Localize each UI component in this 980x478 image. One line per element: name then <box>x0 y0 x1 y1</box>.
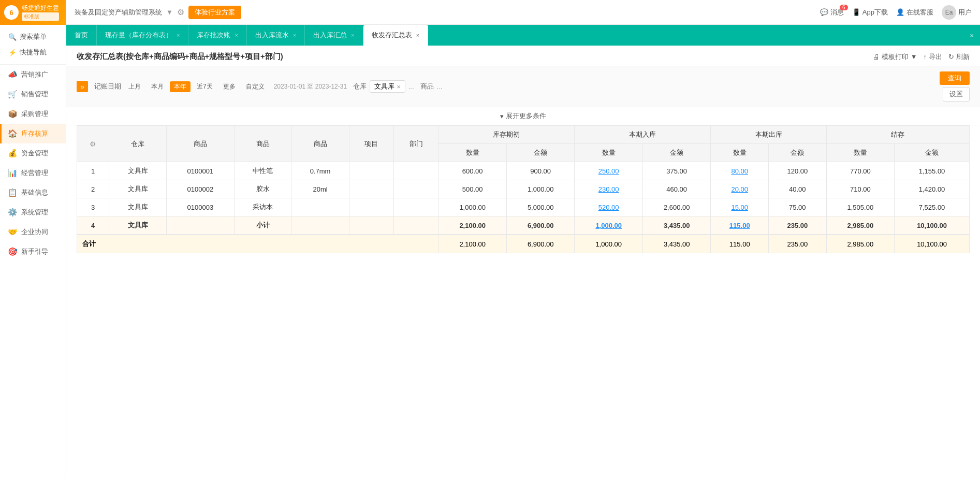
row-dept <box>394 216 438 235</box>
goods-label: 商品 <box>420 82 434 91</box>
dropdown-arrow-icon[interactable]: ▼ <box>166 8 173 16</box>
tab-recv-summary[interactable]: 收发存汇总表 × <box>363 25 428 46</box>
date-filter-group: 记账日期 上月 本月 本年 近7天 更多 自定义 2023-01-01 至 20… <box>94 81 347 92</box>
table-row: 3 文具库 0100003 采访本 1,000.00 5,000.00 520.… <box>77 198 970 216</box>
row-opening-amt: 5,000.00 <box>506 198 575 216</box>
tab-summary-inout-close[interactable]: × <box>351 32 354 38</box>
tabs-bar: 首页 现存量（库存分布表） × 库存批次账 × 出入库流水 × 出入库汇总 × … <box>66 25 980 46</box>
sidebar-item-purchase[interactable]: 📦 采购管理 <box>0 104 66 124</box>
tab-flow[interactable]: 出入库流水 × <box>247 25 305 46</box>
row-name: 采访本 <box>235 198 291 216</box>
nav-items: 📣 营销推广 🛒 销售管理 📦 采购管理 🏠 库存核算 💰 资金管理 📊 经营管… <box>0 65 66 478</box>
app-download-item[interactable]: 📱 App下载 <box>852 8 888 17</box>
online-service-item[interactable]: 👤 在线客服 <box>896 8 933 17</box>
sidebar-item-finance[interactable]: 💰 资金管理 <box>0 143 66 163</box>
tab-recv-summary-close[interactable]: × <box>416 32 419 38</box>
row-seq: 4 <box>77 216 109 235</box>
date-tab-last-month[interactable]: 上月 <box>124 81 145 92</box>
page-header: 收发存汇总表(按仓库+商品编码+商品+规格型号+项目+部门) 🖨 模板打印 ▼ … <box>66 46 980 66</box>
app-download-label: App下载 <box>862 8 888 17</box>
date-tab-this-month[interactable]: 本月 <box>147 81 168 92</box>
tab-flow-label: 出入库流水 <box>255 31 289 40</box>
warehouse-label: 仓库 <box>353 82 367 91</box>
out-qty-link[interactable]: 80.00 <box>731 167 748 175</box>
sidebar-item-guide[interactable]: 🎯 新手引导 <box>0 242 66 262</box>
out-qty-link[interactable]: 15.00 <box>731 204 748 211</box>
expand-icon: » <box>80 83 84 91</box>
close-all-tabs-btn[interactable]: × <box>963 25 980 46</box>
date-tab-this-year[interactable]: 本年 <box>170 81 191 92</box>
in-qty-link[interactable]: 520.00 <box>598 204 619 211</box>
in-qty-link[interactable]: 1,000.00 <box>595 222 622 229</box>
tab-flow-close[interactable]: × <box>293 32 296 38</box>
settings-gear-icon[interactable]: ⚙ <box>177 7 184 17</box>
row-project <box>349 162 393 180</box>
row-in-amt: 2,600.00 <box>642 198 711 216</box>
tab-stock-dist[interactable]: 现存量（库存分布表） × <box>97 25 188 46</box>
sidebar-tag: 标准版 <box>22 12 59 21</box>
chevron-down-icon: ▼ <box>911 53 917 61</box>
sidebar-item-inventory[interactable]: 🏠 库存核算 <box>0 124 66 143</box>
tab-summary-inout[interactable]: 出入库汇总 × <box>305 25 363 46</box>
out-qty-link[interactable]: 115.00 <box>729 222 750 229</box>
row-warehouse: 文具库 <box>109 162 166 180</box>
row-spec: 20ml <box>291 180 349 198</box>
template-print-btn[interactable]: 🖨 模板打印 ▼ <box>873 52 917 62</box>
query-btn[interactable]: 查询 <box>940 71 970 85</box>
in-qty-link[interactable]: 250.00 <box>598 167 619 175</box>
sidebar-item-collab[interactable]: 🤝 企业协同 <box>0 222 66 242</box>
export-btn[interactable]: ↑ 导出 <box>924 52 943 62</box>
sidebar-item-basic-info[interactable]: 📋 基础信息 <box>0 183 66 202</box>
topbar-left: 装备及固定资产辅助管理系统 ▼ ⚙ 体验行业方案 <box>75 6 241 19</box>
message-item[interactable]: 💬 消息 6 <box>820 8 844 17</box>
phone-icon: 📱 <box>852 8 860 16</box>
trial-btn[interactable]: 体验行业方案 <box>188 6 241 19</box>
quick-nav-item[interactable]: ⚡ 快捷导航 <box>4 45 62 60</box>
message-icon: 💬 <box>820 8 828 16</box>
sidebar-search-section: 🔍 搜索菜单 ⚡ 快捷导航 <box>0 25 66 65</box>
tab-summary-inout-label: 出入库汇总 <box>313 31 347 40</box>
sidebar-item-operations[interactable]: 📊 经营管理 <box>0 163 66 183</box>
printer-icon: 🖨 <box>873 53 880 61</box>
date-tab-more[interactable]: 更多 <box>219 81 240 92</box>
sidebar-item-system[interactable]: ⚙️ 系统管理 <box>0 202 66 222</box>
date-tab-7days[interactable]: 近7天 <box>193 81 217 92</box>
total-balance-amt: 10,100.00 <box>895 235 970 253</box>
filter-expand-btn[interactable]: » <box>77 81 88 92</box>
warehouse-selected-text: 文具库 <box>374 82 394 91</box>
user-item[interactable]: Ea 用户 <box>942 5 972 20</box>
sidebar-item-finance-label: 资金管理 <box>21 149 48 158</box>
row-out-amt: 235.00 <box>769 216 827 235</box>
date-tab-custom[interactable]: 自定义 <box>242 81 269 92</box>
out-qty-link[interactable]: 20.00 <box>731 185 748 193</box>
gear-settings-icon[interactable]: ⚙ <box>90 140 96 148</box>
refresh-btn[interactable]: ↻ 刷新 <box>948 52 970 62</box>
col-out-amt-header: 金额 <box>769 144 827 162</box>
table-footer: 合计 2,100.00 6,900.00 1,000.00 3,435.00 1… <box>77 235 970 253</box>
date-range-text: 2023-01-01 至 2023-12-31 <box>274 82 347 91</box>
tab-home[interactable]: 首页 <box>66 25 97 46</box>
goods-more-btn[interactable]: ... <box>437 83 443 91</box>
expand-more-btn[interactable]: ▾ 展开更多条件 <box>500 109 546 123</box>
col-period-in-header: 本期入库 <box>575 126 711 144</box>
in-qty-link[interactable]: 230.00 <box>598 185 619 193</box>
row-name: 胶水 <box>235 180 291 198</box>
warehouse-remove-btn[interactable]: × <box>397 83 401 91</box>
warehouse-more-btn[interactable]: ... <box>408 83 414 91</box>
table-row: 4 文具库 小计 2,100.00 6,900.00 1,000.00 3,43… <box>77 216 970 235</box>
tab-batch-close[interactable]: × <box>235 32 238 38</box>
guide-icon: 🎯 <box>8 247 17 256</box>
row-code: 0100002 <box>166 180 235 198</box>
sidebar-item-marketing[interactable]: 📣 营销推广 <box>0 65 66 84</box>
tab-stock-dist-close[interactable]: × <box>177 32 180 38</box>
tab-batch[interactable]: 库存批次账 × <box>188 25 246 46</box>
sidebar-item-collab-label: 企业协同 <box>21 227 48 237</box>
setting-btn[interactable]: 设置 <box>943 87 970 102</box>
total-row: 合计 2,100.00 6,900.00 1,000.00 3,435.00 1… <box>77 235 970 253</box>
header-actions: 🖨 模板打印 ▼ ↑ 导出 ↻ 刷新 <box>873 52 970 62</box>
total-opening-qty: 2,100.00 <box>438 235 507 253</box>
total-out-amt: 235.00 <box>769 235 827 253</box>
sidebar-item-sales[interactable]: 🛒 销售管理 <box>0 84 66 104</box>
search-menu-label: 搜索菜单 <box>20 32 47 41</box>
search-menu-item[interactable]: 🔍 搜索菜单 <box>4 29 62 45</box>
